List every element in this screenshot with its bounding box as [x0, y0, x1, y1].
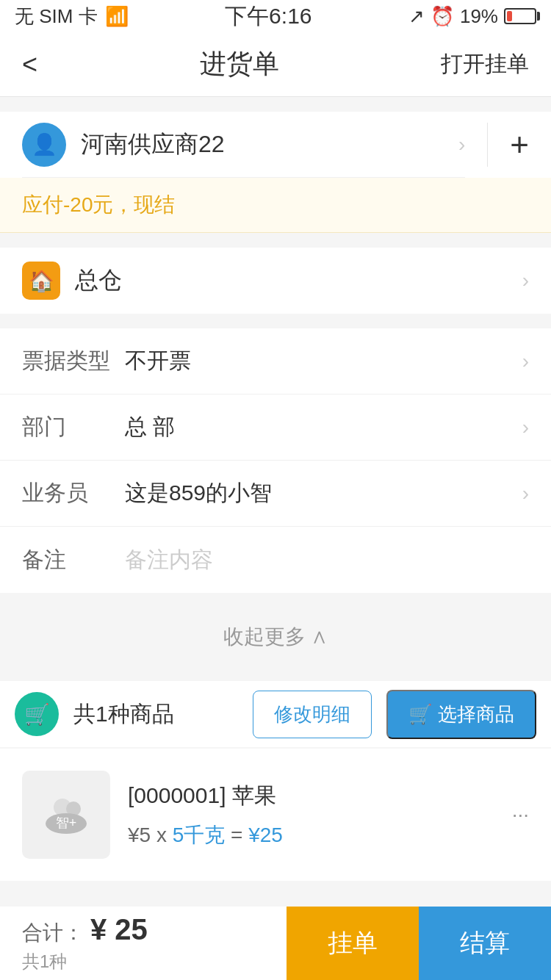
nav-bar: < 进货单 打开挂单 [0, 32, 551, 97]
total-section: 合计： ¥ 25 共1种 [0, 913, 287, 973]
remark-placeholder[interactable]: 备注内容 [110, 545, 529, 575]
back-button[interactable]: < [22, 49, 37, 80]
notice-banner: 应付-20元，现结 [0, 178, 551, 233]
warehouse-section[interactable]: 🏠 总仓 › [0, 248, 551, 314]
salesman-value: 这是859的小智 [110, 478, 522, 508]
department-row[interactable]: 部门 总 部 › [0, 394, 551, 461]
location-icon: ↗ [408, 5, 425, 28]
battery-percent: 19% [460, 5, 498, 28]
product-apple: 苹果 [232, 783, 276, 807]
product-price-detail: ¥5 x 5千克 = ¥25 [128, 821, 494, 849]
battery-icon [504, 8, 536, 24]
product-count-label: 共1种商品 [73, 699, 238, 729]
remark-row[interactable]: 备注 备注内容 [0, 527, 551, 593]
checkout-button[interactable]: 结算 [419, 907, 551, 980]
quantity: 5千克 [173, 824, 226, 846]
multiply-sign: x [156, 824, 173, 846]
product-name: [0000001] 苹果 [128, 781, 494, 811]
status-bar: 无 SIM 卡 📶 下午6:16 ↗ ⏰ 19% [0, 0, 551, 32]
open-pending-button[interactable]: 打开挂单 [441, 49, 529, 79]
product-thumbnail: 智+ [22, 771, 110, 859]
collapse-button[interactable]: 收起更多 ∧ [0, 608, 551, 666]
invoice-type-value: 不开票 [110, 346, 522, 376]
warehouse-name: 总仓 [75, 264, 522, 297]
supplier-chevron-icon: › [458, 133, 465, 156]
salesman-chevron-icon: › [522, 482, 529, 505]
line-total: ¥25 [248, 824, 283, 846]
supplier-name: 河南供应商22 [81, 129, 458, 161]
svg-text:智+: 智+ [56, 815, 77, 830]
product-icon: 🛒 [15, 692, 59, 736]
total-amount: ¥ 25 [90, 913, 148, 945]
supplier-row[interactable]: 👤 河南供应商22 › [22, 112, 465, 178]
unit-price: ¥5 [128, 824, 151, 846]
section-gap-1 [0, 97, 551, 112]
wifi-icon: 📶 [105, 5, 129, 28]
total-count: 共1种 [22, 950, 264, 973]
status-left: 无 SIM 卡 📶 [15, 4, 129, 29]
avatar: 👤 [22, 123, 66, 167]
total-row: 合计： ¥ 25 [22, 913, 264, 947]
invoice-type-chevron-icon: › [522, 350, 529, 373]
total-label: 合计： [22, 921, 84, 944]
cart-icon: 🛒 [408, 703, 432, 726]
edit-detail-button[interactable]: 修改明细 [253, 691, 372, 738]
pend-button[interactable]: 挂单 [287, 907, 419, 980]
status-time: 下午6:16 [225, 1, 311, 32]
bottom-bar: 合计： ¥ 25 共1种 挂单 结算 [0, 907, 551, 980]
department-value: 总 部 [110, 412, 522, 442]
department-chevron-icon: › [522, 416, 529, 439]
no-sim-label: 无 SIM 卡 [15, 4, 98, 29]
invoice-type-row[interactable]: 票据类型 不开票 › [0, 328, 551, 394]
product-info: [0000001] 苹果 ¥5 x 5千克 = ¥25 [128, 781, 494, 849]
alarm-icon: ⏰ [431, 5, 454, 28]
warehouse-icon: 🏠 [22, 262, 60, 300]
add-supplier-button[interactable]: + [510, 126, 529, 163]
invoice-type-label: 票据类型 [22, 346, 110, 376]
select-product-button[interactable]: 🛒 选择商品 [386, 690, 536, 739]
product-header: 🛒 共1种商品 修改明细 🛒 选择商品 [0, 681, 551, 747]
salesman-row[interactable]: 业务员 这是859的小智 › [0, 461, 551, 527]
select-product-label: 选择商品 [438, 702, 514, 727]
supplier-section: 👤 河南供应商22 › + [0, 112, 551, 178]
salesman-label: 业务员 [22, 478, 110, 508]
product-item: 智+ [0000001] 苹果 ¥5 x 5千克 = ¥25 ··· [0, 749, 551, 881]
product-code: [0000001] [128, 783, 226, 807]
form-section: 票据类型 不开票 › 部门 总 部 › 业务员 这是859的小智 › 备注 备注… [0, 328, 551, 593]
department-label: 部门 [22, 412, 110, 442]
remark-label: 备注 [22, 545, 110, 575]
vertical-divider [487, 123, 488, 167]
more-options-button[interactable]: ··· [512, 803, 529, 826]
warehouse-chevron-icon: › [522, 269, 529, 292]
status-right: ↗ ⏰ 19% [408, 5, 536, 28]
page-title: 进货单 [200, 46, 279, 82]
equals-sign: = [231, 824, 248, 846]
